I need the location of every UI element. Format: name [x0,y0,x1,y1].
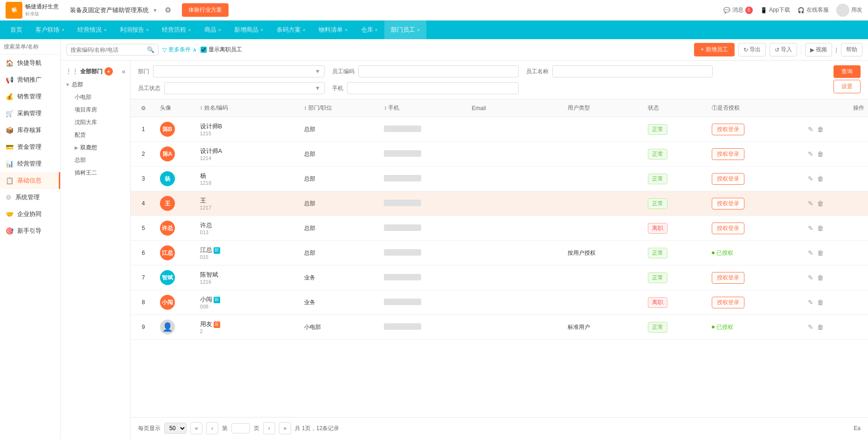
more-conditions-btn[interactable]: ▽ 更多条件 ∧ [162,46,197,54]
close-operation-tab[interactable]: × [104,27,106,33]
delete-icon[interactable]: 🗑 [817,224,824,232]
sidebar-item-business[interactable]: 📊 经营管理 [0,155,60,172]
delete-icon[interactable]: 🗑 [817,299,824,306]
close-staff-tab[interactable]: × [417,27,420,33]
close-warehouse-tab[interactable]: × [375,27,378,33]
close-barcode-tab[interactable]: × [303,27,306,33]
edit-icon[interactable]: ✎ [808,200,813,207]
sidebar-item-purchase[interactable]: 🛒 采购管理 [0,105,60,122]
sidebar-item-collab[interactable]: 🤝 企业协同 [0,206,60,223]
first-page-btn[interactable]: « [190,422,202,434]
dept-filter-select[interactable]: ▼ [153,65,325,77]
user-item[interactable]: 用友 [836,4,862,17]
show-resigned-toggle[interactable]: 显示离职员工 [201,46,242,54]
sidebar-item-finance[interactable]: 💳 资金管理 [0,139,60,155]
authorize-button[interactable]: 授权登录 [712,198,744,209]
sidebar-item-sales[interactable]: 💰 销售管理 [0,88,60,105]
dept-item-chashuwang[interactable]: 插树王二 [61,167,130,179]
th-phone[interactable]: ↕ 手机 [380,99,468,117]
page-number-input[interactable]: 1 [231,423,250,433]
delete-icon[interactable]: 🗑 [817,175,824,182]
sidebar-item-inventory[interactable]: 📦 库存核算 [0,122,60,139]
settings-icon[interactable]: ⚙ [161,4,174,17]
close-history-tab[interactable]: × [188,27,191,33]
close-add-goods-tab[interactable]: × [260,27,263,33]
edit-icon[interactable]: ✎ [808,249,813,257]
close-profit-tab[interactable]: × [146,27,149,33]
delete-icon[interactable]: 🗑 [817,274,824,281]
tab-customer[interactable]: 客户联络× [29,21,71,39]
emp-name-input[interactable] [552,65,713,77]
authorize-button[interactable]: 授权登录 [712,272,744,284]
delete-icon[interactable]: 🗑 [817,249,824,257]
dept-item-xiaodibu[interactable]: 小电部 [61,91,130,104]
authorize-button[interactable]: 授权登录 [712,297,744,308]
emp-status-select[interactable]: ▼ [164,82,325,94]
dept-shuangluxiang[interactable]: ▶ 双鹿想 [61,141,130,154]
online-service-item[interactable]: 🎧 在线客服 [798,6,829,14]
next-page-btn[interactable]: › [263,422,275,434]
add-employee-button[interactable]: + 新增员工 [694,43,734,56]
delete-icon[interactable]: 🗑 [817,150,824,158]
sidebar-item-basic[interactable]: 📋 基础信息 [0,172,60,189]
authorize-button[interactable]: 授权登录 [712,173,744,185]
page-size-select[interactable]: 50 [164,423,187,434]
edit-icon[interactable]: ✎ [808,150,813,158]
delete-icon[interactable]: 🗑 [817,200,824,207]
sidebar-item-guide[interactable]: 🎯 新手引导 [0,223,60,239]
query-button[interactable]: 查询 [833,65,861,78]
edit-icon[interactable]: ✎ [808,125,813,133]
tab-bom[interactable]: 物料清单× [312,21,354,39]
delete-icon[interactable]: 🗑 [817,323,824,331]
search-input[interactable] [70,47,145,53]
th-dept[interactable]: ↕ 部门/职位 [300,99,380,117]
sidebar-item-marketing[interactable]: 📢 营销推广 [0,71,60,88]
edit-icon[interactable]: ✎ [808,224,813,232]
tab-warehouse[interactable]: 仓库× [354,21,384,39]
close-bom-tab[interactable]: × [345,27,347,33]
tab-home[interactable]: 首页 [4,21,29,39]
help-button[interactable]: 帮助 [841,43,862,56]
dept-hq-header[interactable]: ▼ 总部 [61,78,130,91]
delete-icon[interactable]: 🗑 [817,125,824,133]
tab-staff[interactable]: 部门员工× [384,21,426,39]
show-resigned-checkbox[interactable] [201,47,207,53]
app-download-item[interactable]: 📱 App下载 [760,6,790,14]
message-item[interactable]: 💬 消息 6 [723,6,753,14]
system-dropdown-icon[interactable]: ▼ [153,7,158,13]
reset-button[interactable]: 设置 [833,80,861,93]
dept-item-shenyang[interactable]: 沈阳大库 [61,116,130,129]
emp-code-input[interactable] [358,65,519,77]
edit-icon[interactable]: ✎ [808,323,813,331]
dept-item-peihu[interactable]: 配货 [61,129,130,141]
add-dept-button[interactable]: + [104,67,113,76]
sidebar-search-input[interactable] [4,43,61,50]
video-button[interactable]: ▶ 视频 [805,43,832,56]
close-customer-tab[interactable]: × [62,27,64,33]
tab-profit[interactable]: 利润报告× [113,21,155,39]
import-button[interactable]: ↺ 导入 [770,43,797,56]
collapse-dept-btn[interactable]: « [122,68,125,75]
th-settings[interactable]: ⚙ [131,99,156,117]
edit-icon[interactable]: ✎ [808,299,813,306]
sidebar-item-system[interactable]: ⚙ 系统管理 [0,189,60,206]
authorize-button[interactable]: 授权登录 [712,148,744,160]
last-page-btn[interactable]: » [279,422,291,434]
close-goods-tab[interactable]: × [218,27,221,33]
tab-history[interactable]: 经营历程× [155,21,197,39]
prev-page-btn[interactable]: ‹ [206,422,218,434]
edit-icon[interactable]: ✎ [808,175,813,182]
edit-icon[interactable]: ✎ [808,274,813,281]
dept-item-project[interactable]: 项目库房 [61,104,130,116]
phone-input[interactable] [347,82,519,94]
sidebar-item-quick-nav[interactable]: 🏠 快捷导航 [0,55,60,71]
tab-barcode[interactable]: 条码方案× [270,21,312,39]
authorize-button[interactable]: 授权登录 [712,223,744,234]
tab-goods[interactable]: 商品× [198,21,228,39]
dept-item-zongbu[interactable]: 总部 [61,154,130,167]
trial-button[interactable]: 体验行业方案 [182,3,229,17]
authorize-button[interactable]: 授权登录 [712,124,744,135]
th-name[interactable]: ↕ 姓名/编码 [196,99,300,117]
tab-operation[interactable]: 经营情况× [71,21,113,39]
tab-add-goods[interactable]: 新增商品× [228,21,270,39]
